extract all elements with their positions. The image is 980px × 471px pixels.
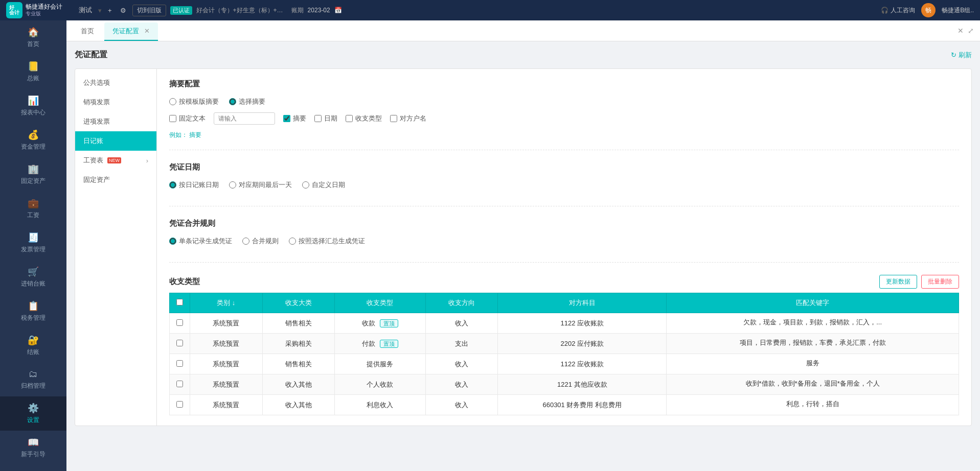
date-radio-custom-input[interactable] bbox=[302, 181, 309, 189]
row1-top-tag[interactable]: 置顶 bbox=[380, 319, 398, 327]
tab-home[interactable]: 首页 bbox=[73, 22, 102, 41]
summary-radio-select[interactable]: 选择摘要 bbox=[229, 97, 265, 106]
summary-radio-template-input[interactable] bbox=[169, 98, 176, 105]
date-radio-journal[interactable]: 按日记账日期 bbox=[169, 180, 219, 190]
row5-checkbox[interactable] bbox=[176, 401, 183, 408]
sidebar-item-close[interactable]: 🔐 结账 bbox=[0, 328, 66, 363]
sidebar-item-fixed[interactable]: 🏢 固定资产 bbox=[0, 157, 66, 192]
menu-item-sales[interactable]: 销项发票 bbox=[75, 92, 156, 112]
table-actions: 更新数据 批量删除 bbox=[879, 275, 959, 289]
refresh-icon: ↻ bbox=[951, 51, 956, 59]
sidebar-item-home[interactable]: 🏠 首页 bbox=[0, 20, 66, 55]
row3-account: 1122 应收账款 bbox=[498, 354, 667, 374]
menu-item-purchase[interactable]: 进项发票 bbox=[75, 112, 156, 131]
nav-test[interactable]: 测试 bbox=[77, 6, 94, 15]
cb-type-input[interactable] bbox=[346, 115, 353, 122]
sidebar-item-tax[interactable]: 📋 税务管理 bbox=[0, 294, 66, 328]
row1-checkbox[interactable] bbox=[176, 319, 183, 326]
select-all-checkbox[interactable] bbox=[176, 299, 183, 305]
calendar-icon[interactable]: 📅 bbox=[334, 7, 342, 14]
row1-bigtype: 销售相关 bbox=[262, 313, 335, 334]
merge-radio-single-input[interactable] bbox=[169, 238, 176, 245]
menu-item-public[interactable]: 公共选项 bbox=[75, 73, 156, 92]
summary-radio-template[interactable]: 按模板版摘要 bbox=[169, 97, 219, 106]
row4-checkbox-cell[interactable] bbox=[170, 374, 190, 395]
summary-radio-template-label: 按模板版摘要 bbox=[179, 97, 219, 106]
row4-keyword: 收到*借款，收到*备用金，退回*备用金，个人 bbox=[667, 374, 959, 395]
row3-checkbox[interactable] bbox=[176, 360, 183, 367]
th-bigtype: 收支大类 bbox=[262, 293, 335, 313]
sidebar-item-member[interactable]: 🌟 畅会员 bbox=[0, 465, 66, 471]
merge-radio-merge-input[interactable] bbox=[242, 238, 249, 245]
window-max-btn[interactable]: ⤢ bbox=[968, 27, 974, 35]
sidebar-item-guide[interactable]: 📖 新手引导 bbox=[0, 431, 66, 465]
row3-bigtype: 销售相关 bbox=[262, 354, 335, 374]
row5-checkbox-cell[interactable] bbox=[170, 395, 190, 415]
delete-btn[interactable]: 批量删除 bbox=[921, 275, 959, 289]
date-radio-journal-input[interactable] bbox=[169, 181, 176, 189]
row2-checkbox[interactable] bbox=[176, 340, 183, 346]
home-icon: 🏠 bbox=[28, 27, 39, 38]
settings-icon[interactable]: ⚙ bbox=[118, 7, 128, 14]
cb-type[interactable]: 收支类型 bbox=[346, 114, 382, 123]
sidebar-item-invoice[interactable]: 🧾 发票管理 bbox=[0, 226, 66, 260]
merge-radio-summary[interactable]: 按照选择汇总生成凭证 bbox=[289, 237, 365, 246]
merge-radio-summary-input[interactable] bbox=[289, 238, 296, 245]
row1-category: 系统预置 bbox=[190, 313, 263, 334]
avatar[interactable]: 畅 bbox=[921, 3, 936, 17]
table-row: 系统预置 销售相关 提供服务 收入 1122 应收账款 服务 bbox=[170, 354, 959, 374]
row3-type: 提供服务 bbox=[335, 354, 426, 374]
income-expense-section: 收支类型 更新数据 批量删除 bbox=[169, 275, 959, 415]
date-radio-last[interactable]: 对应期间最后一天 bbox=[229, 180, 292, 190]
row4-category: 系统预置 bbox=[190, 374, 263, 395]
fund-icon: 💰 bbox=[28, 129, 39, 140]
example-prefix: 例如： bbox=[169, 131, 188, 138]
sidebar-item-archive[interactable]: 🗂 归档管理 bbox=[0, 363, 66, 396]
sidebar-item-ledger[interactable]: 📒 总账 bbox=[0, 55, 66, 89]
row5-category: 系统预置 bbox=[190, 395, 263, 415]
sidebar-item-purchase[interactable]: 🛒 进销台账 bbox=[0, 260, 66, 294]
switch-btn[interactable]: 切到旧版 bbox=[132, 5, 166, 16]
row2-top-tag[interactable]: 置顶 bbox=[380, 340, 398, 348]
tab-voucher-config[interactable]: 凭证配置 ✕ bbox=[104, 22, 158, 41]
update-btn[interactable]: 更新数据 bbox=[879, 275, 917, 289]
window-close-btn[interactable]: ✕ bbox=[958, 27, 964, 35]
cb-summary-input[interactable] bbox=[283, 115, 290, 122]
row1-checkbox-cell[interactable] bbox=[170, 313, 190, 334]
cb-date[interactable]: 日期 bbox=[314, 114, 337, 123]
fixed-text-checkbox[interactable]: 固定文本 bbox=[169, 114, 206, 123]
date-radio-last-input[interactable] bbox=[229, 181, 236, 189]
merge-radio-single[interactable]: 单条记录生成凭证 bbox=[169, 237, 232, 246]
fixed-text-input[interactable] bbox=[214, 112, 275, 125]
plus-icon[interactable]: + bbox=[106, 7, 114, 14]
table-row: 系统预置 收入其他 个人收款 收入 1221 其他应收款 收到*借款，收到*备用… bbox=[170, 374, 959, 395]
menu-item-fixed-asset[interactable]: 固定资产 bbox=[75, 170, 156, 190]
row2-type: 付款 置顶 bbox=[335, 334, 426, 354]
merge-radio-merge[interactable]: 合并规则 bbox=[242, 237, 279, 246]
row3-checkbox-cell[interactable] bbox=[170, 354, 190, 374]
menu-item-journal[interactable]: 日记账 bbox=[75, 131, 156, 151]
tab-close-icon[interactable]: ✕ bbox=[144, 27, 150, 35]
date-radio-custom[interactable]: 自定义日期 bbox=[302, 180, 345, 190]
sidebar-item-salary[interactable]: 💼 工资 bbox=[0, 192, 66, 226]
row3-keyword: 服务 bbox=[667, 354, 959, 374]
tab-voucher-label: 凭证配置 bbox=[112, 27, 139, 35]
config-content: 摘要配置 按模板版摘要 选择摘要 bbox=[157, 69, 971, 426]
cb-counterpart-input[interactable] bbox=[390, 115, 397, 122]
summary-radio-select-input[interactable] bbox=[229, 98, 236, 105]
menu-item-salary[interactable]: 工资表 NEW › bbox=[75, 151, 156, 170]
help-item[interactable]: 🎧 人工咨询 bbox=[881, 6, 915, 15]
th-checkbox[interactable] bbox=[170, 293, 190, 313]
cb-date-input[interactable] bbox=[314, 115, 322, 122]
merge-rules-title: 凭证合并规则 bbox=[169, 219, 959, 228]
sidebar-item-report[interactable]: 📊 报表中心 bbox=[0, 89, 66, 123]
sidebar-item-fund[interactable]: 💰 资金管理 bbox=[0, 123, 66, 157]
refresh-btn[interactable]: ↻ 刷新 bbox=[951, 51, 972, 60]
cb-counterpart[interactable]: 对方户名 bbox=[390, 114, 426, 123]
row2-checkbox-cell[interactable] bbox=[170, 334, 190, 354]
sidebar-item-settings[interactable]: ⚙️ 设置 bbox=[0, 396, 66, 431]
cb-summary[interactable]: 摘要 bbox=[283, 114, 306, 123]
row2-type-text: 付款 bbox=[362, 340, 375, 347]
fixed-text-checkbox-input[interactable] bbox=[169, 115, 176, 122]
row4-checkbox[interactable] bbox=[176, 381, 183, 387]
